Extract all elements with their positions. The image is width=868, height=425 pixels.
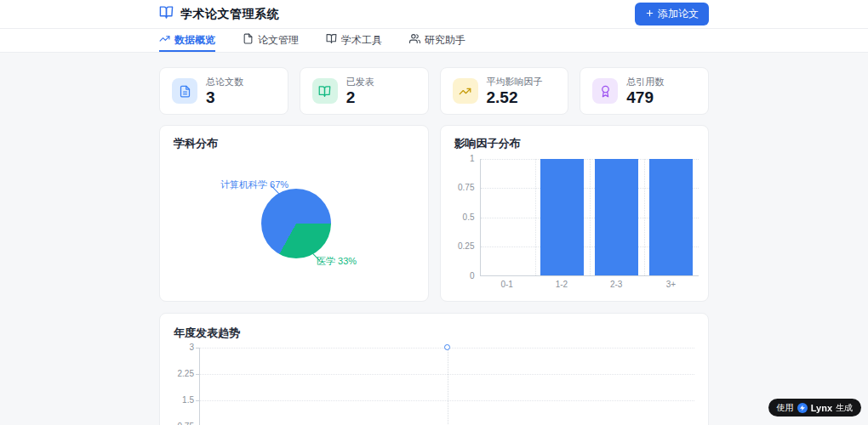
y-tick: 2.25 (160, 369, 194, 378)
add-paper-label: 添加论文 (658, 7, 699, 21)
badge-brand: Lynx (811, 403, 832, 413)
book-open-icon (312, 78, 338, 104)
file-icon (243, 33, 254, 47)
plus-icon (645, 8, 654, 20)
nav-tabbar: 数据概览 论文管理 学术工具 研究助手 (0, 29, 868, 53)
stat-card-total-citations: 总引用数 479 (580, 67, 709, 115)
bar-3plus (649, 159, 693, 275)
y-tick: 1 (441, 154, 475, 163)
tab-academic-tools[interactable]: 学术工具 (326, 29, 382, 52)
badge-suffix: 生成 (836, 402, 853, 414)
y-tick: 0.75 (441, 183, 475, 192)
book-open-icon (326, 33, 337, 47)
yearly-publication-trend-card: 年度发表趋势 3 2.25 1.5 0.75 (159, 313, 709, 425)
x-axis-labels: 0-1 1-2 2-3 3+ (480, 280, 699, 289)
y-tick: 0.75 (160, 422, 194, 425)
book-open-icon (159, 5, 174, 23)
stat-label: 总引用数 (626, 76, 664, 88)
impact-factor-distribution-card: 影响因子分布 1 0.75 0.5 0.25 0 (440, 125, 710, 302)
trending-up-icon (453, 78, 478, 104)
x-tick: 1-2 (534, 280, 589, 289)
app-header: 学术论文管理系统 添加论文 (0, 0, 868, 29)
trend-plot-area (199, 348, 694, 425)
y-tick: 0.25 (441, 241, 475, 251)
tab-label: 论文管理 (258, 33, 299, 48)
y-tick: 0 (441, 271, 475, 280)
award-icon (592, 78, 618, 104)
main-content: 总论文数 3 已发表 2 平均影响因子 2.52 (159, 53, 709, 425)
y-tick: 0.5 (441, 212, 475, 222)
app-brand: 学术论文管理系统 (159, 5, 279, 23)
x-tick: 3+ (643, 280, 698, 289)
stat-value: 3 (206, 89, 243, 106)
stat-label: 已发表 (346, 76, 374, 88)
bar-2-3 (595, 159, 638, 275)
bar-plot-area (480, 159, 699, 276)
lynx-logo-icon (797, 403, 808, 413)
x-tick: 0-1 (480, 280, 534, 289)
pie (261, 189, 331, 258)
lynx-attribution-badge[interactable]: 使用 Lynx 生成 (768, 399, 861, 416)
stat-label: 平均影响因子 (487, 76, 543, 88)
y-tick: 3 (160, 343, 194, 352)
stat-card-published: 已发表 2 (300, 67, 429, 115)
subject-distribution-card: 学科分布 计算机科学 67% 医学 33% (159, 125, 429, 302)
tab-label: 学术工具 (341, 33, 382, 48)
trend-vline (448, 348, 448, 425)
stat-card-total-papers: 总论文数 3 (159, 67, 288, 115)
chart-title: 学科分布 (174, 136, 414, 151)
pie-slice-label: 医学 33% (317, 255, 357, 268)
tab-paper-management[interactable]: 论文管理 (243, 29, 299, 52)
trend-point (444, 344, 450, 350)
stat-label: 总论文数 (206, 76, 243, 88)
page-title: 学术论文管理系统 (180, 7, 279, 22)
file-icon (172, 78, 197, 104)
stat-value: 479 (626, 89, 664, 106)
stat-value: 2 (346, 89, 374, 106)
badge-prefix: 使用 (777, 402, 794, 414)
trending-up-icon (159, 33, 170, 47)
chart-title: 影响因子分布 (454, 136, 695, 151)
users-icon (409, 33, 420, 47)
pie-slice-label: 计算机科学 67% (220, 178, 288, 191)
tab-data-overview[interactable]: 数据概览 (159, 29, 215, 52)
chart-title: 年度发表趋势 (174, 326, 694, 341)
stat-card-avg-impact-factor: 平均影响因子 2.52 (440, 67, 569, 115)
stats-row: 总论文数 3 已发表 2 平均影响因子 2.52 (159, 67, 709, 115)
tab-research-assistant[interactable]: 研究助手 (409, 29, 465, 52)
add-paper-button[interactable]: 添加论文 (635, 3, 709, 26)
tab-label: 数据概览 (174, 33, 215, 48)
bar-1-2 (540, 159, 584, 275)
tab-label: 研究助手 (425, 33, 465, 48)
stat-value: 2.52 (487, 89, 543, 106)
x-tick: 2-3 (589, 280, 643, 289)
y-tick: 1.5 (160, 395, 194, 405)
